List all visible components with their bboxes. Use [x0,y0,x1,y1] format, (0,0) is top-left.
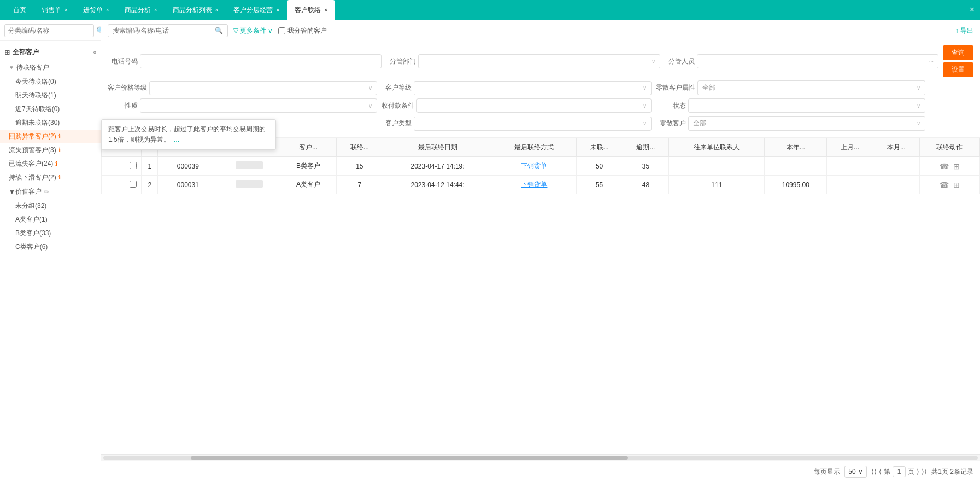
filter-manager: 分管人员 ··· [665,54,938,68]
sidebar-value-section[interactable]: ▼ 价值客户 ✏ [0,184,101,199]
chevron-down-icon: ∨ [268,27,273,34]
nav-purchase-close[interactable]: × [106,7,109,13]
window-close-button[interactable]: × [970,5,975,15]
filter-payment: 收付款条件 ∨ [382,98,651,113]
my-customers-checkbox[interactable]: 我分管的客户 [278,26,327,36]
more-action-icon-1[interactable]: ⊞ [953,162,960,171]
nav-product-analysis-list[interactable]: 商品分析列表 × [165,0,226,20]
tooltip-more-link[interactable]: ... [174,136,179,143]
filter-row-2: 客户价格等级 ∨ 客户等级 ∨ 零散客户属性 全部 ∨ [108,80,973,95]
sidebar-item-tomorrow-contact[interactable]: 明天待联络(1) [0,89,101,102]
row2-checkbox[interactable] [130,181,137,188]
nav-customer-contact-close[interactable]: × [324,7,327,13]
filter-phone-input[interactable] [140,54,382,68]
page-size-select[interactable]: 50 ∨ [844,466,866,478]
nav-sales-close[interactable]: × [64,7,68,13]
sidebar-item-churn-warning[interactable]: 流失预警客户(3) ℹ [0,143,101,157]
sidebar-group-pending-contact[interactable]: ▼ 待联络客户 [0,60,101,75]
next-page-btn[interactable]: ⟩ [917,468,919,475]
sidebar-item-b-customers[interactable]: B类客户(33) [0,227,101,240]
sidebar-search-input[interactable] [4,24,94,37]
info-icon-churned: ℹ [55,160,57,167]
filter-scattered-customer: 零散客户 全部 ∨ [656,116,925,131]
contact-icon-2[interactable]: ☎ [940,181,949,189]
cell-last-date-2: 2023-04-12 14:44: [383,176,492,194]
sidebar-item-repurchase-abnormal[interactable]: 回购异常客户(2) ℹ [0,130,101,143]
nav-product-analysis-list-close[interactable]: × [215,7,219,13]
more-conditions-btn[interactable]: ▽ 更多条件 ∨ [233,26,273,36]
first-page-btn[interactable]: ⟨⟨ [871,468,877,475]
cell-unit-contact-1 [669,157,765,176]
nav-customer-stratification[interactable]: 客户分层经营 × [226,0,287,20]
filter-scattered-attr-select[interactable]: 全部 ∨ [697,80,925,95]
last-method-link-1[interactable]: 下销货单 [521,162,547,170]
filter-payment-select[interactable]: ∨ [416,98,651,113]
status-down-arrow: ∨ [917,103,920,109]
filter-price-grade-label: 客户价格等级 [108,83,147,92]
filter-customer-type-select[interactable]: ∨ [414,117,651,131]
sidebar-item-7day-contact[interactable]: 近7天待联络(0) [0,102,101,116]
cell-code-2: 000031 [158,176,218,194]
sidebar-item-a-customers[interactable]: A类客户(1) [0,213,101,227]
more-action-icon-2[interactable]: ⊞ [953,181,960,189]
search-input-wrap: 🔍 [108,24,228,37]
current-page-input[interactable]: 1 [893,466,906,477]
sidebar-item-overdue-contact[interactable]: 逾期未联络(30) [0,116,101,130]
nav-product-analysis[interactable]: 商品分析 × [117,0,165,20]
col-contact: 联络... [336,138,383,157]
info-icon-churn: ℹ [58,147,61,154]
export-button[interactable]: ↑ 导出 [955,26,973,36]
nav-customer-stratification-close[interactable]: × [276,7,279,13]
sidebar-item-declining[interactable]: 持续下滑客户(2) ℹ [0,171,101,184]
cell-settings-2 [102,176,125,194]
col-action: 联络动作 [919,138,979,157]
cell-num-2: 2 [142,176,158,194]
filter-status-select[interactable]: ∨ [688,98,925,113]
cell-last-month-1 [827,157,873,176]
per-page-label: 每页显示 [814,467,840,477]
filter-customer-grade-select[interactable]: ∨ [414,81,651,95]
prev-page-btn[interactable]: ⟨ [879,468,882,475]
col-last-method: 最后联络方式 [492,138,576,157]
row1-checkbox[interactable] [130,162,137,169]
sc-down-arrow: ∨ [917,120,920,126]
last-page-btn[interactable]: ⟩⟩ [922,468,927,475]
cell-contact-2: 7 [336,176,383,194]
sidebar-tree: ⊞ 全部客户 « ▼ 待联络客户 今天待联络(0) 明天待联络(1) 近7天待联… [0,41,101,482]
filter-payment-label: 收付款条件 [382,101,414,111]
nav-home[interactable]: 首页 [5,0,34,20]
horizontal-scrollbar[interactable] [101,454,980,461]
sidebar-item-churned[interactable]: 已流失客户(24) ℹ [0,157,101,171]
action-icons-2: ☎ ⊞ [923,181,976,189]
nav-product-analysis-close[interactable]: × [154,7,157,13]
edit-icon[interactable]: ✏ [44,188,49,196]
nav-purchase[interactable]: 进货单 × [75,0,117,20]
filter-nature-select[interactable]: ∨ [140,98,377,113]
search-input[interactable] [113,27,213,34]
sidebar-item-today-contact[interactable]: 今天待联络(0) [0,75,101,89]
filter-customer-type-label: 客户类型 [382,119,412,128]
col-last-date: 最后联络日期 [383,138,492,157]
sidebar-item-ungrouped[interactable]: 未分组(32) [0,199,101,213]
filter-dept-select[interactable]: ∨ [418,54,660,68]
filter-price-grade-select[interactable]: ∨ [149,81,377,95]
contact-icon-1[interactable]: ☎ [940,162,949,171]
filter-dept-label: 分管部门 [386,57,416,66]
filter-customer-grade: 客户等级 ∨ [382,81,651,95]
nature-down-arrow: ∨ [368,103,372,109]
sidebar-search-icon[interactable]: 🔍 [96,26,101,35]
scroll-thumb[interactable] [191,456,628,460]
query-button[interactable]: 查询 [943,45,973,60]
filter-manager-select[interactable]: ··· [697,54,938,68]
nav-customer-contact[interactable]: 客户联络 × [287,0,335,20]
my-customers-check[interactable] [278,27,285,34]
nav-sales[interactable]: 销售单 × [34,0,75,20]
cell-category-2: A类客户 [280,176,337,194]
filter-scattered-customer-select[interactable]: 全部 ∨ [688,116,925,131]
filter-status-label: 状态 [656,101,686,111]
sidebar-item-c-customers[interactable]: C类客户(6) [0,240,101,254]
last-method-link-2[interactable]: 下销货单 [521,181,547,188]
payment-down-arrow: ∨ [643,103,647,109]
sidebar-all-customers[interactable]: ⊞ 全部客户 « [0,44,101,60]
settings-button[interactable]: 设置 [943,62,973,77]
